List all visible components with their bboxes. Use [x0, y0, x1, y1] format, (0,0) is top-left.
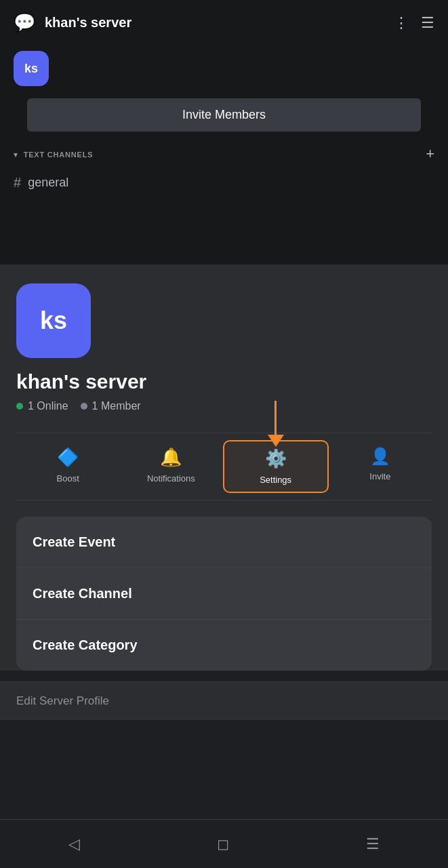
recents-button[interactable]: ☰ — [366, 835, 380, 853]
notifications-icon: 🔔 — [160, 447, 182, 468]
server-avatar-large: ks — [16, 283, 91, 358]
action-tabs: 🔷 Boost 🔔 Notifications ⚙️ Settings 👤 In… — [16, 433, 432, 500]
tab-boost[interactable]: 🔷 Boost — [16, 440, 119, 493]
create-channel-item[interactable]: Create Channel — [16, 568, 432, 620]
home-button[interactable]: ◻ — [217, 835, 229, 853]
arrow-indicator — [268, 401, 284, 447]
add-channel-icon[interactable]: + — [426, 145, 434, 163]
invite-icon: 👤 — [370, 447, 390, 466]
more-options-icon[interactable]: ⋮ — [394, 14, 409, 32]
create-event-label: Create Event — [33, 534, 115, 550]
menu-card: Create Event Create Channel Create Categ… — [16, 517, 432, 671]
tab-notifications[interactable]: 🔔 Notifications — [119, 440, 222, 493]
bottom-profile-bar[interactable]: Edit Server Profile — [0, 682, 448, 720]
create-event-item[interactable]: Create Event — [16, 517, 432, 568]
boost-icon: 🔷 — [57, 447, 79, 468]
bottom-nav: ◁ ◻ ☰ — [0, 819, 448, 868]
tab-settings[interactable]: ⚙️ Settings — [223, 440, 329, 493]
boost-label: Boost — [57, 473, 79, 484]
create-channel-label: Create Channel — [33, 586, 132, 601]
top-server-avatar: ks — [14, 51, 49, 86]
top-header-right: ⋮ ☰ — [394, 14, 434, 32]
server-info-section: ks khan's server 1 Online 1 Member — [16, 264, 432, 426]
create-category-label: Create Category — [33, 637, 138, 653]
online-stat: 1 Online — [16, 400, 68, 412]
channel-name: general — [28, 176, 68, 190]
chat-icon: 💬 — [14, 12, 35, 33]
main-content: ks khan's server 1 Online 1 Member 🔷 Boo… — [0, 264, 448, 671]
settings-icon: ⚙️ — [265, 448, 287, 469]
general-channel-item[interactable]: # general — [0, 168, 448, 197]
server-title: khan's server — [16, 370, 432, 393]
back-button[interactable]: ◁ — [68, 835, 80, 853]
channels-label: ▾ TEXT CHANNELS — [14, 149, 96, 159]
chevron-icon: ▾ — [14, 151, 21, 159]
server-stats: 1 Online 1 Member — [16, 400, 432, 412]
invite-label: Invite — [369, 471, 390, 481]
invite-members-button[interactable]: Invite Members — [27, 98, 421, 132]
tab-invite[interactable]: 👤 Invite — [329, 440, 432, 493]
top-header-left: 💬 khan's server — [14, 12, 131, 33]
online-dot — [16, 403, 23, 410]
top-section: 💬 khan's server ⋮ ☰ ks Invite Members ▾ … — [0, 0, 448, 264]
top-header: 💬 khan's server ⋮ ☰ — [0, 0, 448, 45]
server-name-top: khan's server — [45, 15, 131, 31]
hamburger-icon[interactable]: ☰ — [421, 14, 434, 32]
member-stat: 1 Member — [81, 400, 141, 412]
create-category-item[interactable]: Create Category — [16, 620, 432, 671]
hash-icon: # — [14, 175, 21, 191]
notifications-label: Notifications — [147, 473, 195, 484]
offline-dot — [81, 403, 87, 410]
text-channels-row: ▾ TEXT CHANNELS + — [0, 132, 448, 168]
settings-label: Settings — [260, 475, 291, 485]
edit-server-profile-text: Edit Server Profile — [16, 694, 109, 707]
